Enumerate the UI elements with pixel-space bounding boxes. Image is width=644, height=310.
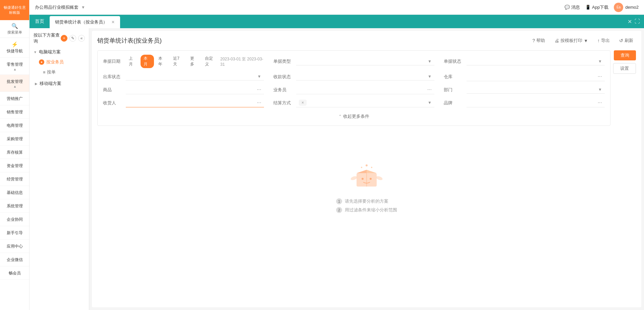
- sidebar-search-item[interactable]: 🔍 搜索菜单: [0, 20, 29, 38]
- filter-date: 单据日期 上月 本月 本年 近7天 更多 自定义 2023-03-01 至 20…: [103, 55, 264, 68]
- export-button[interactable]: ↑ 导出: [595, 36, 612, 45]
- doc-status-label: 单据状态: [444, 58, 464, 64]
- app-download-button[interactable]: 📱 App下载: [585, 4, 608, 10]
- brand-control[interactable]: ···: [467, 98, 605, 107]
- doc-type-control[interactable]: ▼: [296, 58, 434, 65]
- tab-close-btn[interactable]: ✕: [628, 18, 632, 25]
- left-panel-header: 按以下方案查询 + ✎ «: [30, 32, 89, 47]
- collection-status-label: 收款状态: [273, 74, 293, 80]
- template-print-button[interactable]: 🖨 按模板打印 ▼: [552, 36, 591, 45]
- sidebar-item-wechat[interactable]: 企业微信: [0, 253, 29, 266]
- header-right: 💬 消息 📱 App下载 Ea demo2: [565, 3, 639, 12]
- operations-label: 经营管理: [7, 176, 23, 182]
- left-panel-title: 按以下方案查询: [34, 32, 61, 44]
- mobile-section-header[interactable]: ▶ 移动端方案: [30, 79, 89, 89]
- scheme-salesperson-label: 按业务员: [46, 59, 64, 65]
- salesperson-control[interactable]: ···: [296, 85, 434, 94]
- avatar: Ea: [614, 3, 623, 12]
- tab-home-label: 首页: [35, 18, 44, 24]
- salesperson-dots[interactable]: ···: [427, 87, 432, 93]
- tab-maximize-btn[interactable]: ⛶: [635, 18, 640, 24]
- settlement-control[interactable]: × ▼: [296, 98, 434, 107]
- edit-scheme-button[interactable]: ✎: [69, 35, 76, 42]
- tip-num-2: 2: [336, 207, 342, 213]
- tab-close-icon[interactable]: ✕: [111, 20, 115, 24]
- sidebar-item-app-center[interactable]: 应用中心: [0, 240, 29, 253]
- filter-doc-type: 单据类型 ▼: [273, 58, 434, 65]
- sidebar-logo: 畅捷通好生意 标账版: [0, 0, 29, 20]
- app-title-dropdown-icon[interactable]: ▼: [81, 5, 85, 10]
- sidebar-item-quick-nav[interactable]: ⚡ 快捷导航: [0, 38, 29, 58]
- doc-status-dropdown-icon: ▼: [598, 59, 602, 64]
- collapse-label: 收起更多条件: [343, 113, 369, 119]
- system-label: 系统管理: [7, 203, 23, 209]
- collapse-panel-button[interactable]: «: [78, 35, 85, 42]
- add-scheme-button[interactable]: +: [61, 35, 67, 42]
- goods-control[interactable]: ···: [126, 85, 264, 94]
- refresh-icon: ↺: [619, 38, 623, 43]
- filter-row-3: 商品 ··· 业务员 ···: [103, 85, 605, 94]
- sidebar-item-purchase[interactable]: 采购管理: [0, 132, 29, 146]
- add-icon: +: [63, 36, 65, 41]
- svg-point-7: [376, 175, 383, 181]
- warehouse-dots[interactable]: ···: [598, 73, 602, 80]
- date-btn-this-month[interactable]: 本月: [141, 55, 154, 68]
- message-button[interactable]: 💬 消息: [565, 4, 580, 10]
- wholesale-label: 批发管理: [7, 79, 23, 85]
- filter-receiver: 收货人 ···: [103, 98, 264, 107]
- sidebar-item-system[interactable]: 系统管理: [0, 199, 29, 213]
- search-icon: 🔍: [11, 23, 18, 29]
- setup-button[interactable]: 设置: [613, 63, 636, 74]
- date-btn-this-year[interactable]: 本年: [155, 55, 169, 68]
- date-btn-custom[interactable]: 自定义: [202, 55, 219, 68]
- mobile-section-title: 移动端方案: [40, 81, 61, 87]
- help-button[interactable]: ? 帮助: [530, 36, 548, 45]
- scheme-salesperson[interactable]: ● 按业务员: [30, 57, 89, 67]
- desktop-section-header[interactable]: ▼ 电脑端方案: [30, 47, 89, 57]
- sidebar-item-newbie[interactable]: 新手引导: [0, 226, 29, 240]
- sidebar-item-ecommerce[interactable]: 电商管理: [0, 119, 29, 132]
- collection-status-control[interactable]: ▼: [296, 73, 434, 81]
- collapse-button[interactable]: ⌃ 收起更多条件: [103, 111, 605, 121]
- warehouse-control[interactable]: ···: [467, 72, 605, 81]
- date-btn-more[interactable]: 更多: [187, 55, 201, 68]
- out-status-control[interactable]: ▼: [126, 73, 264, 81]
- receiver-dots[interactable]: ···: [257, 100, 261, 106]
- app-download-label: App下载: [592, 4, 608, 10]
- refresh-button[interactable]: ↺ 刷新: [616, 36, 636, 45]
- filter-brand: 品牌 ···: [444, 98, 605, 107]
- sidebar-item-enterprise[interactable]: 企业协同: [0, 213, 29, 226]
- sidebar-item-operations[interactable]: 经营管理: [0, 172, 29, 186]
- doc-type-label: 单据类型: [273, 58, 293, 64]
- brand-dots[interactable]: ···: [598, 100, 602, 106]
- sidebar-item-marketing[interactable]: 营销推广: [0, 92, 29, 105]
- sidebar-item-basic-info[interactable]: 基础信息: [0, 186, 29, 199]
- sidebar-item-inventory[interactable]: 库存核算: [0, 146, 29, 159]
- user-menu[interactable]: Ea demo2: [614, 3, 639, 12]
- department-control[interactable]: ▼: [467, 86, 605, 94]
- sidebar-item-sales[interactable]: 销售管理: [0, 105, 29, 119]
- desktop-section-title: 电脑端方案: [39, 49, 61, 55]
- date-label: 单据日期: [103, 58, 123, 64]
- left-panel-actions: + ✎ «: [61, 35, 85, 42]
- goods-dots[interactable]: ···: [257, 87, 261, 93]
- wholesale-arrow-icon: ▲: [13, 85, 17, 88]
- sidebar-item-retail[interactable]: 零售管理 ▲: [0, 58, 29, 75]
- sidebar-item-wholesale[interactable]: 批发管理 ▲: [0, 75, 29, 92]
- query-button[interactable]: 查询: [614, 50, 636, 60]
- date-btn-7days[interactable]: 近7天: [170, 55, 185, 68]
- scheme-by-order[interactable]: ≡ 按单: [30, 67, 89, 77]
- tab-bar: 首页 销货单统计表（按业务员） ✕ ✕ ⛶: [30, 15, 644, 28]
- help-icon: ?: [532, 38, 535, 43]
- date-btn-last-month[interactable]: 上月: [126, 55, 139, 68]
- doc-status-control[interactable]: ▼: [467, 58, 605, 65]
- sidebar-item-finance[interactable]: 资金管理: [0, 159, 29, 172]
- tab-home[interactable]: 首页: [30, 15, 50, 28]
- tab-sales-stats[interactable]: 销货单统计表（按业务员） ✕: [50, 16, 120, 28]
- settlement-tag-close[interactable]: ×: [302, 100, 304, 105]
- filter-section: 单据日期 上月 本月 本年 近7天 更多 自定义 2023-03-01 至 20…: [97, 50, 636, 131]
- export-label: 导出: [601, 38, 610, 44]
- receiver-control[interactable]: ···: [126, 98, 264, 107]
- sidebar-item-member[interactable]: 畅会员: [0, 266, 29, 280]
- settlement-tag: ×: [299, 100, 307, 106]
